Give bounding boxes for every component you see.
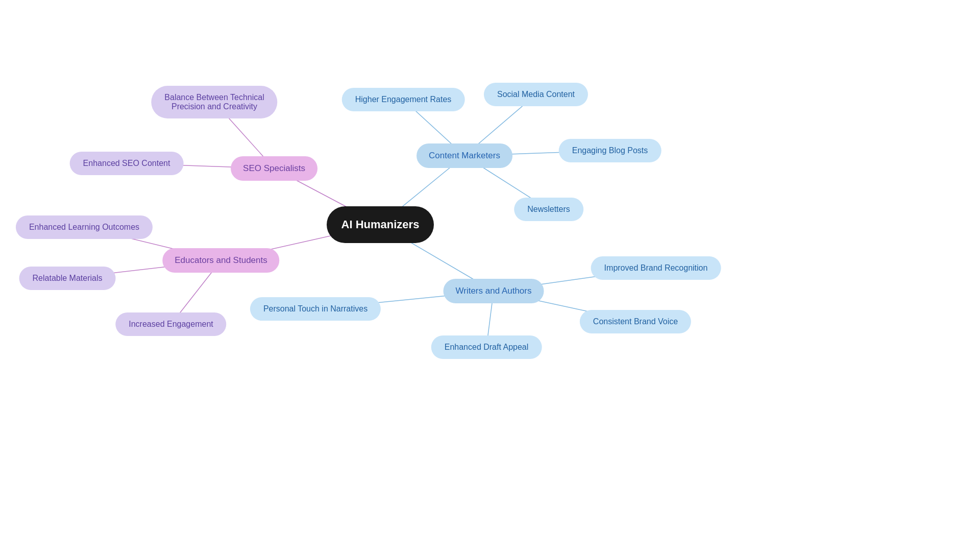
node-relatable[interactable]: Relatable Materials bbox=[19, 267, 116, 290]
node-writers[interactable]: Writers and Authors bbox=[444, 279, 544, 303]
node-edu[interactable]: Educators and Students bbox=[162, 248, 279, 273]
node-seo_content[interactable]: Enhanced SEO Content bbox=[70, 152, 184, 175]
node-brand[interactable]: Improved Brand Recognition bbox=[591, 256, 721, 280]
mind-map: AI HumanizersSEO SpecialistsEducators an… bbox=[0, 0, 980, 553]
node-center[interactable]: AI Humanizers bbox=[327, 206, 434, 243]
node-higher_eng[interactable]: Higher Engagement Rates bbox=[342, 88, 465, 111]
node-draft[interactable]: Enhanced Draft Appeal bbox=[431, 335, 542, 359]
node-learning[interactable]: Enhanced Learning Outcomes bbox=[16, 215, 153, 239]
node-newsletters[interactable]: Newsletters bbox=[514, 198, 583, 221]
node-engagement_edu[interactable]: Increased Engagement bbox=[115, 312, 226, 336]
node-consistent[interactable]: Consistent Brand Voice bbox=[580, 310, 691, 333]
node-social[interactable]: Social Media Content bbox=[484, 83, 588, 106]
node-balance[interactable]: Balance Between Technical Precision and … bbox=[151, 86, 277, 118]
node-blog[interactable]: Engaging Blog Posts bbox=[559, 139, 662, 162]
node-seo[interactable]: SEO Specialists bbox=[231, 156, 317, 181]
node-personal[interactable]: Personal Touch in Narratives bbox=[250, 297, 381, 321]
connections-svg bbox=[0, 0, 980, 553]
node-content[interactable]: Content Marketers bbox=[416, 143, 512, 168]
